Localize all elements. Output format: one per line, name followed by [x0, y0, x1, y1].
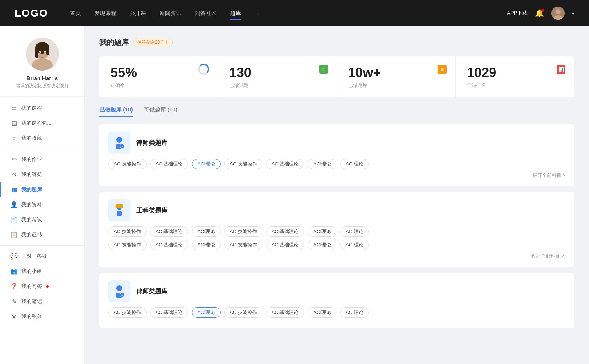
tag-2-r2-3[interactable]: ACI技能操作 — [224, 240, 262, 250]
logo[interactable]: LOGO — [15, 7, 48, 19]
tag-1-6[interactable]: ACI理论 — [340, 159, 369, 169]
bank-3-tags: ACI技能操作 ACI基础理论 ACI理论 ACI技能操作 ACI基础理论 AC… — [108, 307, 565, 318]
sidebar-item-1on1[interactable]: 💬 一对一答疑 — [0, 249, 84, 264]
sidebar-item-package[interactable]: ▤ 我的课程包... — [0, 115, 84, 131]
sidebar-item-favorites[interactable]: ☆ 我的收藏 — [0, 131, 84, 146]
sidebar-menu: ☰ 我的课程 ▤ 我的课程包... ☆ 我的收藏 ✏ 我的作业 ⊙ 我的答疑 ▦ — [0, 100, 84, 324]
points-icon: ◎ — [10, 313, 18, 320]
trial-badge: 体验剩余23天！ — [133, 38, 173, 47]
svg-point-13 — [116, 137, 122, 143]
notification-dot — [541, 9, 544, 12]
tag-2-3[interactable]: ACI技能操作 — [224, 226, 262, 237]
nav-home[interactable]: 首页 — [70, 8, 81, 18]
page-layout: Brian Harris 错误的决定比没有决定要好 ☰ 我的课程 ▤ 我的课程包… — [0, 26, 589, 364]
tag-3-4[interactable]: ACI基础理论 — [266, 307, 304, 318]
stat-rank-number: 1029 — [467, 65, 496, 81]
tag-3-3[interactable]: ACI技能操作 — [224, 307, 262, 318]
tab-todo[interactable]: 可做题库 (10) — [144, 106, 177, 117]
nav-open[interactable]: 公开课 — [130, 8, 146, 18]
tag-1-3[interactable]: ACI技能操作 — [224, 159, 262, 169]
stat-accuracy-number: 55% — [110, 65, 137, 81]
tag-3-5[interactable]: ACI理论 — [308, 307, 336, 318]
user-chevron[interactable]: ▾ — [572, 11, 574, 16]
sidebar-item-profile[interactable]: 👤 我的资料 — [0, 197, 84, 212]
tag-2-2[interactable]: ACI理论 — [192, 226, 221, 237]
bank-2-tags-row1: ACI技能操作 ACI基础理论 ACI理论 ACI技能操作 ACI基础理论 AC… — [108, 226, 565, 237]
collapse-bank-2[interactable]: 收起全部科目 ∧ — [108, 253, 565, 260]
list-stat-icon: ≡ — [438, 64, 447, 74]
page-title: 我的题库 — [99, 38, 129, 47]
nav-more[interactable]: ··· — [254, 9, 259, 18]
sidebar-item-notes[interactable]: ✎ 我的笔记 — [0, 294, 84, 309]
tag-2-r2-4[interactable]: ACI基础理论 — [266, 240, 304, 250]
profile-name: Brian Harris — [7, 75, 77, 81]
svg-rect-20 — [116, 207, 123, 208]
bank-3-title: 律师类题库 — [136, 287, 167, 296]
stat-accuracy-label: 正确率 — [110, 82, 125, 89]
nav-discover[interactable]: 发现课程 — [94, 8, 116, 18]
sidebar: Brian Harris 错误的决定比没有决定要好 ☰ 我的课程 ▤ 我的课程包… — [0, 26, 85, 364]
tag-2-r2-2[interactable]: ACI理论 — [192, 240, 221, 250]
certificate-icon: 📋 — [10, 231, 18, 238]
tag-3-6[interactable]: ACI理论 — [340, 307, 369, 318]
sidebar-item-course[interactable]: ☰ 我的课程 — [0, 100, 84, 115]
app-download[interactable]: APP下载 — [507, 10, 528, 17]
tag-2-4[interactable]: ACI基础理论 — [266, 226, 304, 237]
chart-stat-icon: 📊 — [557, 64, 565, 74]
lawyer-2-icon: ✓ — [108, 280, 130, 302]
tag-1-1[interactable]: ACI基础理论 — [150, 159, 188, 169]
bank-2-tags-row2: ACI技能操作 ACI基础理论 ACI理论 ACI技能操作 ACI基础理论 AC… — [108, 240, 565, 250]
nav-bank[interactable]: 题库 — [230, 8, 241, 18]
tag-1-0[interactable]: ACI技能操作 — [108, 159, 147, 169]
tag-2-r2-6[interactable]: ACI理论 — [340, 240, 369, 250]
profile-avatar — [26, 38, 59, 71]
sidebar-profile: Brian Harris 错误的决定比没有决定要好 — [0, 38, 84, 97]
svg-text:✓: ✓ — [121, 294, 124, 297]
tag-2-1[interactable]: ACI基础理论 — [150, 226, 188, 237]
expand-bank-1[interactable]: 展开全部科目 > — [108, 172, 565, 179]
tag-2-0[interactable]: ACI技能操作 — [108, 226, 147, 237]
svg-point-21 — [116, 285, 122, 291]
tab-done[interactable]: 已做题库 (10) — [99, 106, 133, 117]
sidebar-item-bank[interactable]: ▦ 我的题库 — [0, 182, 84, 197]
tag-3-0[interactable]: ACI技能操作 — [108, 307, 147, 318]
tag-1-5[interactable]: ACI理论 — [308, 159, 336, 169]
bank-1-title: 律师类题库 — [136, 139, 167, 147]
tag-1-2[interactable]: ACI理论 — [192, 159, 221, 169]
svg-rect-7 — [35, 48, 38, 58]
page-header: 我的题库 体验剩余23天！ — [99, 38, 574, 47]
tag-3-2[interactable]: ACI理论 — [192, 307, 221, 318]
tag-2-6[interactable]: ACI理论 — [340, 226, 369, 237]
sidebar-item-qa[interactable]: ⊙ 我的答疑 — [0, 167, 84, 182]
bank-1-tags: ACI技能操作 ACI基础理论 ACI理论 ACI技能操作 ACI基础理论 AC… — [108, 159, 565, 169]
navbar: LOGO 首页 发现课程 公开课 新闻资讯 问答社区 题库 ··· APP下载 … — [0, 0, 589, 26]
stat-rank: 1029 全站排名 📊 — [456, 56, 574, 97]
sidebar-divider-1 — [0, 149, 84, 149]
tag-2-r2-1[interactable]: ACI基础理论 — [150, 240, 188, 250]
tag-2-r2-0[interactable]: ACI技能操作 — [108, 240, 147, 250]
notes-icon: ✎ — [10, 298, 18, 305]
svg-rect-8 — [46, 48, 49, 55]
bank-card-3-header: ✓ 律师类题库 — [108, 280, 565, 302]
myqa-icon: ❓ — [10, 283, 18, 290]
stat-done-banks-label: 已做题库 — [348, 82, 367, 89]
tag-1-4[interactable]: ACI基础理论 — [266, 159, 304, 169]
nav-qa[interactable]: 问答社区 — [195, 8, 217, 18]
sidebar-item-points[interactable]: ◎ 我的积分 — [0, 309, 84, 324]
sidebar-item-exam[interactable]: 📄 我的考试 — [0, 212, 84, 227]
tag-2-r2-5[interactable]: ACI理论 — [308, 240, 336, 250]
tag-3-1[interactable]: ACI基础理论 — [150, 307, 188, 318]
nav-news[interactable]: 新闻资讯 — [159, 8, 181, 18]
package-icon: ▤ — [10, 119, 18, 126]
sidebar-item-certificate[interactable]: 📋 我的证书 — [0, 227, 84, 242]
user-avatar[interactable] — [551, 7, 565, 20]
sidebar-item-myqa[interactable]: ❓ 我的问答 — [0, 279, 84, 294]
sidebar-item-homework[interactable]: ✏ 我的作业 — [0, 152, 84, 167]
bank-card-lawyer-1: ✓ 律师类题库 ACI技能操作 ACI基础理论 ACI理论 ACI技能操作 AC… — [99, 124, 574, 186]
stat-done-questions-number: 130 — [229, 65, 251, 81]
tag-2-5[interactable]: ACI理论 — [308, 226, 336, 237]
sidebar-item-group[interactable]: 👥 我的小组 — [0, 264, 84, 279]
bell-icon[interactable]: 🔔 — [535, 9, 544, 18]
stat-done-banks-number: 10w+ — [348, 65, 381, 81]
myqa-dot — [46, 285, 49, 288]
